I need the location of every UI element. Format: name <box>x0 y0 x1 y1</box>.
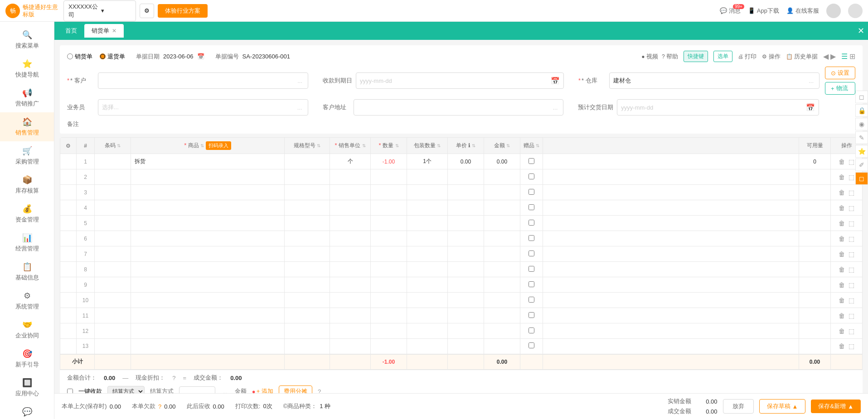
row-amount[interactable] <box>484 185 520 200</box>
row-spec[interactable] <box>285 246 330 262</box>
copy-icon[interactable]: ⬚ <box>849 342 854 350</box>
row-product[interactable] <box>131 231 285 246</box>
customer-input[interactable]: ... <box>98 72 308 89</box>
row-remark[interactable] <box>543 277 799 293</box>
row-product[interactable] <box>131 323 285 339</box>
row-gift[interactable] <box>520 231 543 246</box>
row-barcode[interactable] <box>95 339 131 354</box>
save-draft-button[interactable]: 保存草稿 ▲ <box>759 399 806 414</box>
row-unit-price[interactable] <box>448 293 484 308</box>
row-unit[interactable] <box>330 308 371 323</box>
delivery-calendar-icon[interactable]: 📅 <box>806 103 815 112</box>
tab-close-icon[interactable]: ✕ <box>112 28 116 34</box>
row-barcode[interactable] <box>95 246 131 262</box>
row-pkg-qty[interactable] <box>407 262 448 277</box>
salesperson-input[interactable]: 选择... ... <box>98 99 308 116</box>
copy-icon[interactable]: ⬚ <box>849 312 854 319</box>
row-spec[interactable] <box>285 154 330 169</box>
row-qty[interactable] <box>371 308 407 323</box>
row-unit-price[interactable] <box>448 308 484 323</box>
shortcut-btn[interactable]: 快捷键 <box>684 51 708 62</box>
row-amount[interactable]: 0.00 <box>484 154 520 169</box>
split-button[interactable]: 费用分摊 <box>279 385 312 393</box>
delete-icon[interactable]: 🗑 <box>839 342 845 350</box>
sidebar-item-finance[interactable]: 💰 资金管理 <box>0 199 54 228</box>
col-pkg-qty[interactable]: 包装数量 ⇅ <box>407 138 448 154</box>
delivery-date-input[interactable]: yyyy-mm-dd 📅 <box>617 99 819 116</box>
row-unit[interactable] <box>330 339 371 354</box>
row-unit-price[interactable] <box>448 231 484 246</box>
row-qty[interactable] <box>371 339 407 354</box>
row-remark[interactable] <box>543 262 799 277</box>
row-remark[interactable] <box>543 246 799 262</box>
row-gift[interactable] <box>520 200 543 216</box>
delete-icon[interactable]: 🗑 <box>839 189 845 196</box>
delete-icon[interactable]: 🗑 <box>839 327 845 335</box>
row-unit-price[interactable] <box>448 262 484 277</box>
user-extra[interactable] <box>848 4 863 18</box>
col-settings[interactable]: ⚙ <box>60 138 77 154</box>
row-gift[interactable] <box>520 185 543 200</box>
delete-icon[interactable]: 🗑 <box>839 173 845 181</box>
print-btn[interactable]: 🖨 打印 <box>738 53 756 61</box>
row-unit[interactable] <box>330 323 371 339</box>
delete-icon[interactable]: 🗑 <box>839 204 845 212</box>
customer-more-icon[interactable]: ... <box>296 77 304 84</box>
add-payment-button[interactable]: ● + 添加 <box>252 387 273 393</box>
row-remark[interactable] <box>543 231 799 246</box>
copy-icon[interactable]: ⬚ <box>849 250 854 258</box>
row-qty[interactable] <box>371 231 407 246</box>
sidebar-item-wechat[interactable]: 💬 企业微信 <box>0 402 54 419</box>
delete-icon[interactable]: 🗑 <box>839 312 845 319</box>
save-new-button[interactable]: 保存&新增 ▲ <box>811 400 861 413</box>
logistics-button[interactable]: + 物流 <box>825 82 855 95</box>
copy-icon[interactable]: ⬚ <box>849 266 854 273</box>
row-gift[interactable] <box>520 262 543 277</box>
row-product[interactable] <box>131 277 285 293</box>
row-amount[interactable] <box>484 200 520 216</box>
float-btn-1[interactable]: ◻ <box>855 91 868 103</box>
online-service-button[interactable]: 👤 在线客服 <box>786 7 819 15</box>
row-barcode[interactable] <box>95 262 131 277</box>
row-unit[interactable] <box>330 185 371 200</box>
col-amount[interactable]: 金额 ⇅ <box>484 138 520 154</box>
row-spec[interactable] <box>285 277 330 293</box>
row-gift[interactable] <box>520 154 543 169</box>
copy-icon[interactable]: ⬚ <box>849 158 854 165</box>
account-input[interactable] <box>179 386 215 393</box>
delete-icon[interactable]: 🗑 <box>839 266 845 273</box>
row-barcode[interactable] <box>95 216 131 231</box>
delete-icon[interactable]: 🗑 <box>839 250 845 258</box>
copy-icon[interactable]: ⬚ <box>849 189 854 196</box>
app-download-button[interactable]: 📱 App下载 <box>748 7 779 15</box>
row-product[interactable] <box>131 293 285 308</box>
row-pkg-qty[interactable] <box>407 323 448 339</box>
trial-button[interactable]: 体验行业方案 <box>158 4 208 18</box>
row-amount[interactable] <box>484 323 520 339</box>
row-pkg-qty[interactable] <box>407 231 448 246</box>
payment-method-select[interactable]: 结算方式 <box>107 386 145 393</box>
row-gift[interactable] <box>520 216 543 231</box>
row-qty[interactable] <box>371 200 407 216</box>
row-spec[interactable] <box>285 262 330 277</box>
row-unit[interactable] <box>330 231 371 246</box>
row-unit-price[interactable] <box>448 339 484 354</box>
row-unit[interactable] <box>330 169 371 185</box>
row-spec[interactable] <box>285 293 330 308</box>
row-amount[interactable] <box>484 169 520 185</box>
row-pkg-qty[interactable] <box>407 200 448 216</box>
row-qty[interactable] <box>371 246 407 262</box>
row-unit-price[interactable] <box>448 185 484 200</box>
float-btn-5[interactable]: ⭐ <box>855 145 868 158</box>
row-barcode[interactable] <box>95 169 131 185</box>
col-qty[interactable]: 数量 ⇅ <box>371 138 407 154</box>
address-more-icon[interactable]: ... <box>551 104 560 111</box>
due-date-calendar-icon[interactable]: 📅 <box>551 77 560 85</box>
row-pkg-qty[interactable] <box>407 185 448 200</box>
row-unit-price[interactable] <box>448 277 484 293</box>
row-amount[interactable] <box>484 216 520 231</box>
sidebar-item-operations[interactable]: 📊 经营管理 <box>0 228 54 257</box>
float-btn-2[interactable]: 🔒 <box>855 104 868 117</box>
row-remark[interactable] <box>543 323 799 339</box>
sidebar-item-search[interactable]: 🔍 搜索菜单 <box>0 25 54 54</box>
